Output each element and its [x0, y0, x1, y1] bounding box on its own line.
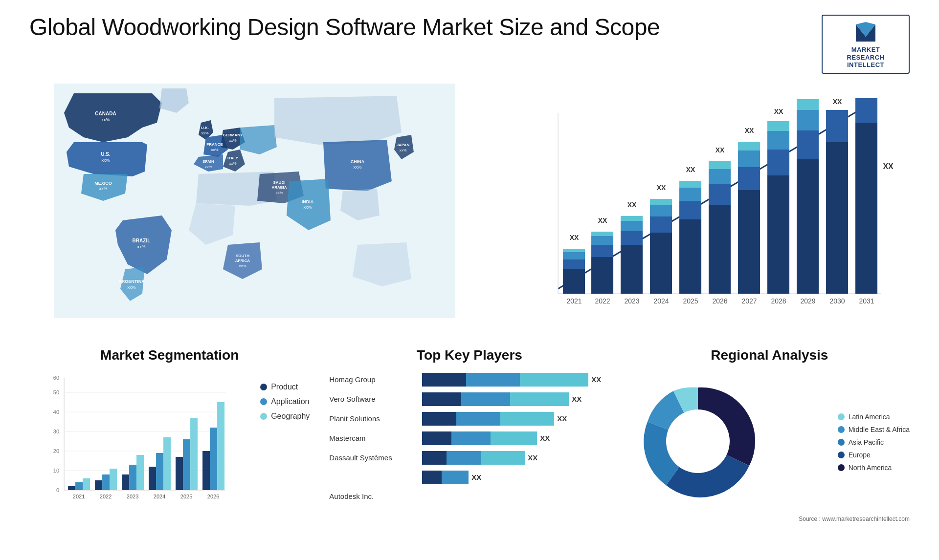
bar-seg-1 — [422, 412, 456, 426]
svg-rect-85 — [826, 110, 848, 142]
svg-text:xx%: xx% — [101, 158, 110, 163]
svg-text:xx%: xx% — [127, 285, 135, 290]
svg-point-139 — [666, 409, 730, 473]
svg-text:2027: 2027 — [741, 297, 757, 305]
reg-legend-mea: Middle East & Africa — [838, 426, 910, 433]
svg-text:XX: XX — [833, 98, 842, 106]
bar-seg-3 — [500, 412, 554, 426]
segmentation-section: Market Segmentation 0 10 20 30 40 5 — [29, 347, 310, 522]
svg-rect-64 — [709, 205, 731, 294]
svg-rect-81 — [797, 110, 819, 130]
svg-text:50: 50 — [53, 389, 59, 395]
svg-text:GERMANY: GERMANY — [223, 133, 244, 137]
svg-text:2026: 2026 — [207, 494, 219, 499]
svg-text:ARABIA: ARABIA — [271, 185, 287, 190]
player-xx: XX — [557, 414, 567, 423]
svg-rect-116 — [75, 482, 83, 490]
svg-rect-60 — [679, 201, 701, 219]
svg-text:30: 30 — [53, 429, 59, 434]
svg-text:xx%: xx% — [229, 161, 236, 166]
donut-svg — [629, 373, 766, 510]
apac-dot — [838, 439, 845, 446]
svg-rect-72 — [738, 142, 760, 151]
svg-rect-88 — [855, 98, 877, 123]
svg-text:xx%: xx% — [275, 191, 283, 195]
player-xx: XX — [572, 395, 581, 403]
svg-rect-46 — [591, 236, 613, 245]
svg-text:XX: XX — [686, 166, 695, 173]
bar-segments — [422, 412, 554, 426]
svg-rect-41 — [563, 252, 585, 259]
svg-text:10: 10 — [53, 468, 59, 474]
svg-rect-47 — [591, 232, 613, 236]
svg-text:XX: XX — [715, 146, 725, 154]
player-name: Dassault Systèmes — [329, 453, 417, 462]
bar-chart-svg: XX XX XX XX — [500, 93, 910, 328]
svg-rect-71 — [738, 151, 760, 167]
player-xx: XX — [471, 473, 481, 481]
bar-seg-1 — [422, 431, 451, 445]
svg-text:2024: 2024 — [653, 297, 669, 305]
svg-text:ARGENTINA: ARGENTINA — [118, 279, 145, 284]
legend-application: Application — [260, 397, 310, 406]
svg-rect-76 — [767, 131, 789, 150]
svg-text:20: 20 — [53, 448, 59, 454]
player-name: Mastercam — [329, 434, 417, 442]
svg-rect-87 — [855, 123, 877, 294]
svg-rect-66 — [709, 169, 731, 184]
player-xx: XX — [591, 375, 601, 384]
svg-text:2023: 2023 — [127, 494, 138, 499]
regional-title: Regional Analysis — [629, 347, 910, 363]
svg-rect-44 — [591, 257, 613, 294]
svg-rect-130 — [202, 451, 210, 490]
regional-legend: Latin America Middle East & Africa Asia … — [838, 413, 910, 472]
svg-text:xx%: xx% — [303, 205, 312, 210]
svg-text:2030: 2030 — [829, 297, 845, 305]
player-bar: XX — [422, 412, 609, 426]
seg-svg: 0 10 20 30 40 50 60 — [29, 373, 246, 512]
svg-rect-75 — [767, 150, 789, 175]
svg-text:SAUDI: SAUDI — [273, 180, 286, 185]
svg-text:2022: 2022 — [595, 297, 610, 305]
regional-section: Regional Analysis — [629, 347, 910, 522]
svg-rect-124 — [149, 467, 156, 490]
logo-icon — [853, 20, 878, 44]
bar-seg-2 — [451, 431, 491, 445]
bar-segments — [422, 471, 469, 484]
player-row: Vero Software XX — [329, 392, 609, 406]
svg-text:2024: 2024 — [154, 494, 165, 499]
svg-rect-131 — [210, 428, 217, 490]
player-row: Dassault Systèmes XX — [329, 451, 609, 465]
bar-seg-2 — [466, 373, 520, 387]
svg-text:CANADA: CANADA — [95, 111, 116, 116]
bottom-section: Market Segmentation 0 10 20 30 40 5 — [29, 347, 910, 522]
svg-text:2021: 2021 — [566, 297, 581, 305]
europe-dot — [838, 452, 845, 458]
svg-text:AFRICA: AFRICA — [235, 258, 250, 263]
bar-seg-1 — [422, 471, 442, 484]
svg-text:xx%: xx% — [201, 131, 208, 135]
player-name: Planit Solutions — [329, 414, 417, 423]
logo-text: MARKET RESEARCH INTELLECT — [847, 46, 885, 69]
svg-rect-115 — [68, 486, 75, 490]
bar-seg-2 — [447, 451, 481, 465]
bar-seg-2 — [442, 471, 469, 484]
svg-text:xx%: xx% — [399, 148, 406, 152]
svg-text:2031: 2031 — [859, 297, 874, 305]
svg-rect-69 — [738, 190, 760, 294]
svg-text:2021: 2021 — [73, 494, 85, 499]
svg-rect-77 — [767, 121, 789, 131]
players-section: Top Key Players Homag Group XX — [329, 347, 609, 522]
svg-rect-51 — [621, 221, 643, 231]
svg-rect-80 — [797, 130, 819, 159]
player-bar: XX — [422, 392, 609, 406]
svg-rect-125 — [156, 453, 163, 490]
application-dot — [260, 398, 267, 405]
players-list: Homag Group XX Vero Software — [329, 373, 609, 484]
player-row: Mastercam XX — [329, 431, 609, 445]
svg-rect-40 — [563, 259, 585, 269]
svg-text:60: 60 — [53, 375, 59, 381]
legend-product: Product — [260, 383, 310, 391]
page-title: Global Woodworking Design Software Marke… — [29, 15, 660, 41]
svg-rect-45 — [591, 245, 613, 257]
